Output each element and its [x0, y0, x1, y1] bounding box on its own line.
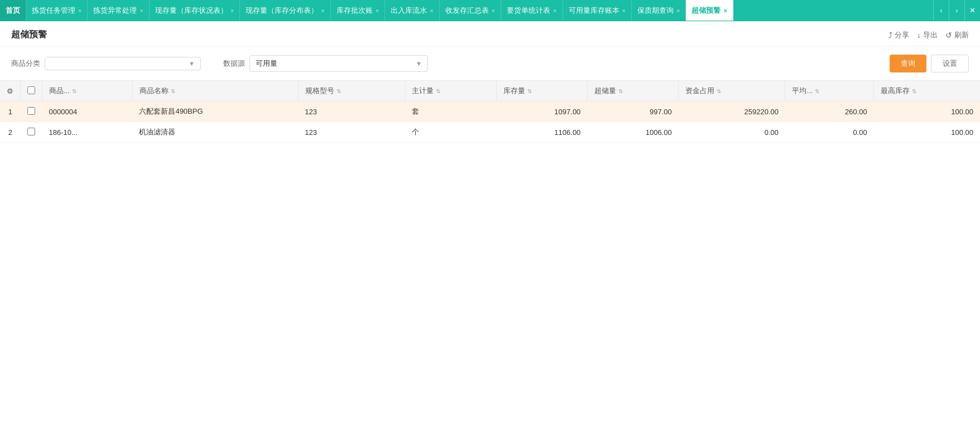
nav-home[interactable]: 首页: [0, 0, 26, 21]
th-product-name[interactable]: 商品名称 ⇅: [132, 81, 298, 101]
th-product-name-label: 商品名称: [140, 86, 169, 96]
nav-tab-11-close[interactable]: ×: [723, 7, 727, 14]
nav-tab-6-close[interactable]: ×: [430, 7, 433, 14]
nav-tab-3-close[interactable]: ×: [230, 7, 234, 14]
sort-icon-max-stock: ⇅: [912, 88, 916, 94]
nav-tab-2-close[interactable]: ×: [140, 7, 143, 14]
td-avg-1: 0.00: [785, 122, 874, 143]
th-avg-label: 平均...: [792, 86, 813, 96]
nav-prev-arrow[interactable]: ‹: [933, 0, 949, 21]
td-unit-1: 个: [405, 122, 496, 143]
page-header: 超储预警 ⤴ 分享 ↓ 导出 ↺ 刷新: [0, 21, 980, 47]
nav-tab-8-close[interactable]: ×: [553, 7, 556, 14]
th-capital[interactable]: 资金占用 ⇅: [679, 81, 785, 101]
category-select[interactable]: ▼: [45, 57, 201, 70]
nav-tab-9-close[interactable]: ×: [622, 7, 626, 14]
nav-tab-2-label: 拣货异常处理: [93, 6, 137, 16]
select-all-checkbox[interactable]: [27, 86, 35, 94]
th-max-stock-label: 最高库存: [881, 86, 910, 96]
nav-tab-7-label: 收发存汇总表: [445, 6, 489, 16]
refresh-button[interactable]: ↺ 刷新: [945, 30, 969, 40]
td-unit-0: 套: [405, 101, 496, 122]
nav-home-label: 首页: [6, 6, 20, 16]
filter-area: 商品分类 ▼ 数据源 可用量 ▼ 查询 设置: [0, 47, 980, 80]
nav-tab-10[interactable]: 保质期查询 ×: [632, 0, 686, 21]
th-over-storage[interactable]: 超储量 ⇅: [587, 81, 678, 101]
share-button[interactable]: ⤴ 分享: [888, 30, 909, 40]
nav-tab-4[interactable]: 现存量（库存分布表） ×: [240, 0, 330, 21]
td-over-storage-0: 997.00: [587, 101, 678, 122]
nav-next-arrow[interactable]: ›: [949, 0, 964, 21]
nav-tab-9[interactable]: 可用量库存账本 ×: [563, 0, 632, 21]
td-capital-1: 0.00: [679, 122, 785, 143]
td-checkbox-1: [21, 122, 42, 143]
th-avg[interactable]: 平均... ⇅: [785, 81, 874, 101]
nav-tab-6[interactable]: 出入库流水 ×: [385, 0, 439, 21]
th-capital-label: 资金占用: [685, 86, 714, 96]
th-stock-label: 库存量: [503, 86, 525, 96]
td-row-num-0: 1: [0, 101, 21, 122]
refresh-label: 刷新: [954, 30, 969, 40]
table-row: 2 186-10... 机油滤清器 123 个 1106.00 1006.00 …: [0, 122, 980, 143]
th-checkbox: [21, 81, 42, 101]
gear-icon: ⚙: [7, 87, 13, 95]
query-button[interactable]: 查询: [890, 55, 926, 72]
th-settings[interactable]: ⚙: [0, 81, 21, 101]
nav-tab-7[interactable]: 收发存汇总表 ×: [440, 0, 501, 21]
td-spec-1: 123: [298, 122, 405, 143]
nav-tab-1[interactable]: 拣货任务管理 ×: [26, 0, 88, 21]
nav-tab-6-label: 出入库流水: [391, 6, 427, 16]
export-button[interactable]: ↓ 导出: [917, 30, 938, 40]
filter-buttons: 查询 设置: [890, 55, 969, 72]
th-over-storage-label: 超储量: [594, 86, 616, 96]
td-product-code-0: 0000004: [42, 101, 133, 122]
top-navigation: 首页 拣货任务管理 × 拣货异常处理 × 现存量（库存状况表） × 现存量（库存…: [0, 0, 980, 21]
th-spec-label: 规格型号: [305, 86, 334, 96]
nav-close-all[interactable]: ✕: [964, 0, 980, 21]
th-unit[interactable]: 主计量 ⇅: [405, 81, 496, 101]
row-checkbox-0[interactable]: [27, 107, 35, 115]
row-checkbox-1[interactable]: [27, 128, 35, 135]
nav-tab-3[interactable]: 现存量（库存状况表） ×: [150, 0, 240, 21]
header-actions: ⤴ 分享 ↓ 导出 ↺ 刷新: [888, 30, 969, 40]
td-product-name-0: 六配套新昌490BPG: [132, 101, 298, 122]
nav-tab-10-label: 保质期查询: [637, 6, 674, 16]
nav-tab-5-close[interactable]: ×: [376, 7, 379, 14]
sort-icon-spec: ⇅: [337, 88, 341, 94]
th-unit-label: 主计量: [412, 86, 434, 96]
th-stock[interactable]: 库存量 ⇅: [496, 81, 587, 101]
nav-tab-3-label: 现存量（库存状况表）: [155, 6, 228, 16]
datasource-select[interactable]: 可用量 ▼: [249, 55, 428, 72]
sort-icon-stock: ⇅: [527, 88, 532, 94]
nav-tab-8-label: 要货单统计表: [507, 6, 550, 16]
sort-icon-capital: ⇅: [717, 88, 721, 94]
settings-button[interactable]: 设置: [931, 55, 969, 72]
td-avg-0: 260.00: [785, 101, 874, 122]
nav-tab-1-close[interactable]: ×: [78, 7, 81, 14]
th-product-code[interactable]: 商品... ⇅: [42, 81, 133, 101]
nav-tab-11[interactable]: 超储预警 ×: [686, 0, 733, 21]
nav-tab-4-close[interactable]: ×: [321, 7, 324, 14]
table-header-row: ⚙ 商品... ⇅ 商品名称 ⇅: [0, 81, 980, 101]
td-product-code-1: 186-10...: [42, 122, 133, 143]
nav-tab-2[interactable]: 拣货异常处理 ×: [88, 0, 149, 21]
td-checkbox-0: [21, 101, 42, 122]
td-capital-0: 259220.00: [679, 101, 785, 122]
th-max-stock[interactable]: 最高库存 ⇅: [874, 81, 980, 101]
td-max-stock-0: 100.00: [874, 101, 980, 122]
nav-tab-8[interactable]: 要货单统计表 ×: [501, 0, 563, 21]
nav-arrows: ‹ › ✕: [933, 0, 980, 21]
th-spec[interactable]: 规格型号 ⇅: [298, 81, 405, 101]
page-title: 超储预警: [11, 29, 47, 41]
filter-category: 商品分类 ▼: [11, 57, 201, 70]
category-label: 商品分类: [11, 59, 40, 69]
td-over-storage-1: 1006.00: [587, 122, 678, 143]
category-select-arrow: ▼: [189, 60, 195, 67]
share-icon: ⤴: [888, 31, 892, 40]
nav-tab-10-close[interactable]: ×: [676, 7, 680, 14]
nav-tab-5[interactable]: 库存批次账 ×: [331, 0, 385, 21]
nav-tab-7-close[interactable]: ×: [492, 7, 495, 14]
datasource-select-text: 可用量: [256, 59, 277, 69]
table-body: 1 0000004 六配套新昌490BPG 123 套 1097.00 997.…: [0, 101, 980, 143]
td-stock-0: 1097.00: [496, 101, 587, 122]
